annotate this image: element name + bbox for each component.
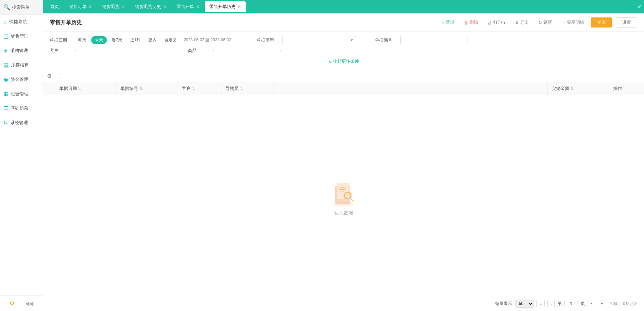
th-operations: 操作 bbox=[609, 82, 644, 95]
customer-label: 客户 bbox=[50, 48, 70, 54]
sidebar-item-purchase-mgmt[interactable]: ⊞ 采购管理 bbox=[0, 43, 43, 58]
tab-home[interactable]: 首页 bbox=[46, 1, 64, 12]
th-date-label: 单据日期 bbox=[59, 86, 77, 91]
sidebar-item-base-info[interactable]: ☰ 基础信息 bbox=[0, 101, 43, 115]
display-label: 显示明细 bbox=[567, 19, 584, 25]
th-operations-label: 操作 bbox=[613, 86, 622, 91]
date-btn-custom[interactable]: 自定义 bbox=[161, 36, 180, 44]
tab-sales-return-history-label: 销货退货历史 bbox=[135, 4, 161, 10]
date-btn-last7[interactable]: 近7天 bbox=[109, 36, 125, 44]
refresh-label: 刷新 bbox=[543, 19, 552, 25]
select-all-checkbox[interactable] bbox=[56, 74, 60, 78]
th-salesperson-sort-icon[interactable]: ⇅ bbox=[240, 87, 243, 91]
doc-no-input[interactable] bbox=[400, 36, 467, 44]
tab-bar: 首页 销售订单 ✕ 销货退货 ✕ 销货退货历史 ✕ 零售开单 ✕ 零售开单历史 … bbox=[43, 0, 644, 13]
delete-button[interactable]: 🗑 删除 bbox=[461, 18, 481, 27]
page-size-label: 每页显示 bbox=[495, 301, 512, 307]
sidebar-item-inventory[interactable]: ▤ 库存核算 bbox=[0, 58, 43, 72]
sidebar-label-sales-mgmt: 销售管理 bbox=[11, 33, 29, 39]
delete-icon: 🗑 bbox=[464, 20, 468, 25]
collapse-chevron-icon: ∧ bbox=[328, 59, 332, 64]
first-page-button[interactable]: « bbox=[536, 300, 545, 307]
data-table: 单据日期 ⇅ 单据编号 ⇅ 客户 ⇅ 导购员 ⇅ bbox=[43, 82, 644, 95]
tab-retail-open-history-close[interactable]: ✕ bbox=[238, 4, 241, 9]
filter-row-1: 单据日期 昨天 今天 近7天 近1月 更多 自定义 2023-06-02 至 2… bbox=[50, 36, 637, 44]
display-detail-button[interactable]: ☐ 显示明细 bbox=[559, 18, 587, 27]
home-icon: ⌂ bbox=[3, 19, 7, 25]
doc-type-select[interactable]: ▾ bbox=[282, 36, 356, 44]
th-salesperson: 导购员 ⇅ bbox=[221, 82, 274, 95]
last-page-button[interactable]: » bbox=[598, 300, 606, 307]
content-area: 零售开单历史 + 新增 🗑 删除 🖨 打印 ▾ ⬇ 导出 bbox=[43, 13, 644, 311]
query-button[interactable]: 查询 bbox=[591, 17, 612, 28]
collapse-row: ∧ 收起更多条件 bbox=[50, 57, 637, 66]
th-date-sort-icon[interactable]: ⇅ bbox=[78, 87, 81, 91]
th-customer-sort-icon[interactable]: ⇅ bbox=[192, 87, 195, 91]
sidebar-label-base-info: 基础信息 bbox=[11, 105, 28, 111]
date-range-display: 2023-06-02 至 2023-06-02 bbox=[184, 37, 231, 43]
tab-retail-open[interactable]: 零售开单 ✕ bbox=[172, 1, 204, 12]
page-size-select[interactable]: 50 20 100 bbox=[515, 300, 534, 308]
print-label: 打印 bbox=[493, 19, 502, 25]
table-gear-icon[interactable]: ⚙ bbox=[47, 73, 52, 79]
date-btn-today[interactable]: 今天 bbox=[91, 36, 107, 44]
empty-illustration bbox=[327, 175, 360, 210]
customer-input[interactable] bbox=[75, 49, 142, 52]
tab-retail-open-label: 零售开单 bbox=[177, 4, 194, 10]
tab-sales-order[interactable]: 销售订单 ✕ bbox=[64, 1, 97, 12]
tab-sales-return[interactable]: 销货退货 ✕ bbox=[97, 1, 130, 12]
settings-bottom-icon[interactable]: ⚙ bbox=[9, 300, 15, 307]
main-area: 首页 销售订单 ✕ 销货退货 ✕ 销货退货历史 ✕ 零售开单 ✕ 零售开单历史 … bbox=[43, 0, 644, 311]
collapse-button[interactable]: ∧ 收起更多条件 bbox=[327, 57, 360, 66]
collapse-label: 收起更多条件 bbox=[333, 58, 359, 64]
delete-label: 删除 bbox=[469, 19, 478, 25]
table-toolbar: ⚙ bbox=[43, 70, 644, 82]
th-salesperson-label: 导购员 bbox=[226, 86, 239, 91]
th-amount-label: 实销金额 bbox=[552, 86, 569, 91]
chart-icon: ◫ bbox=[3, 33, 8, 39]
doc-type-chevron-icon: ▾ bbox=[351, 38, 353, 43]
th-amount: 实销金额 ⇅ bbox=[548, 82, 609, 95]
goods-input[interactable] bbox=[213, 49, 281, 52]
tab-sales-return-history[interactable]: 销货退货历史 ✕ bbox=[130, 1, 171, 12]
th-number: 单据编号 ⇅ bbox=[116, 82, 178, 95]
prev-page-button[interactable]: ‹ bbox=[547, 300, 555, 307]
sidebar-item-sys-mgmt[interactable]: ↻ 系统管理 bbox=[0, 115, 43, 130]
sidebar-item-quick-nav[interactable]: ⌂ 快捷导航 bbox=[0, 15, 43, 29]
setting-button[interactable]: 设置 bbox=[616, 17, 637, 28]
th-amount-sort-icon[interactable]: ⇅ bbox=[571, 87, 574, 91]
sidebar-label-inventory: 库存核算 bbox=[11, 62, 29, 68]
export-button[interactable]: ⬇ 导出 bbox=[512, 18, 532, 27]
table-header-row: 单据日期 ⇅ 单据编号 ⇅ 客户 ⇅ 导购员 ⇅ bbox=[43, 82, 644, 95]
tab-sales-return-close[interactable]: ✕ bbox=[121, 4, 125, 9]
th-number-label: 单据编号 bbox=[120, 86, 138, 91]
sidebar-item-operations[interactable]: ▦ 经营管理 bbox=[0, 87, 43, 101]
date-btn-more[interactable]: 更多 bbox=[145, 36, 159, 44]
tab-retail-open-close[interactable]: ✕ bbox=[196, 4, 199, 9]
add-button[interactable]: + 新增 bbox=[439, 18, 457, 27]
date-btn-yesterday[interactable]: 昨天 bbox=[75, 36, 89, 44]
window-restore-icon[interactable]: □ bbox=[631, 4, 634, 10]
sidebar-search[interactable]: 🔍 搜索采单 bbox=[0, 0, 43, 15]
next-page-button[interactable]: › bbox=[588, 300, 595, 307]
th-number-sort-icon[interactable]: ⇅ bbox=[139, 87, 142, 91]
collapse-sidebar-icon[interactable]: ◀◀ bbox=[25, 300, 33, 307]
sidebar-label-operations: 经营管理 bbox=[11, 91, 29, 97]
sidebar-item-finance[interactable]: ◉ 资金管理 bbox=[0, 72, 43, 87]
tab-sales-order-close[interactable]: ✕ bbox=[89, 4, 92, 9]
tab-retail-open-history[interactable]: 零售开单历史 ✕ bbox=[205, 1, 246, 12]
print-button[interactable]: 🖨 打印 ▾ bbox=[485, 18, 508, 27]
page-number-input[interactable] bbox=[564, 300, 578, 307]
goods-ellipsis[interactable]: … bbox=[286, 48, 294, 54]
window-close-icon[interactable]: ✕ bbox=[637, 4, 641, 10]
page-suffix: 页 bbox=[581, 301, 585, 307]
sidebar-label-quick-nav: 快捷导航 bbox=[9, 19, 27, 25]
th-customer-label: 客户 bbox=[182, 86, 191, 91]
sidebar-item-sales-mgmt[interactable]: ◫ 销售管理 bbox=[0, 29, 43, 43]
tab-sales-return-history-close[interactable]: ✕ bbox=[163, 4, 166, 9]
date-btn-last-month[interactable]: 近1月 bbox=[127, 36, 144, 44]
export-label: 导出 bbox=[520, 19, 529, 25]
refresh-button[interactable]: ↻ 刷新 bbox=[536, 18, 555, 27]
customer-ellipsis[interactable]: … bbox=[148, 48, 156, 54]
page-label: 第 bbox=[557, 301, 562, 307]
